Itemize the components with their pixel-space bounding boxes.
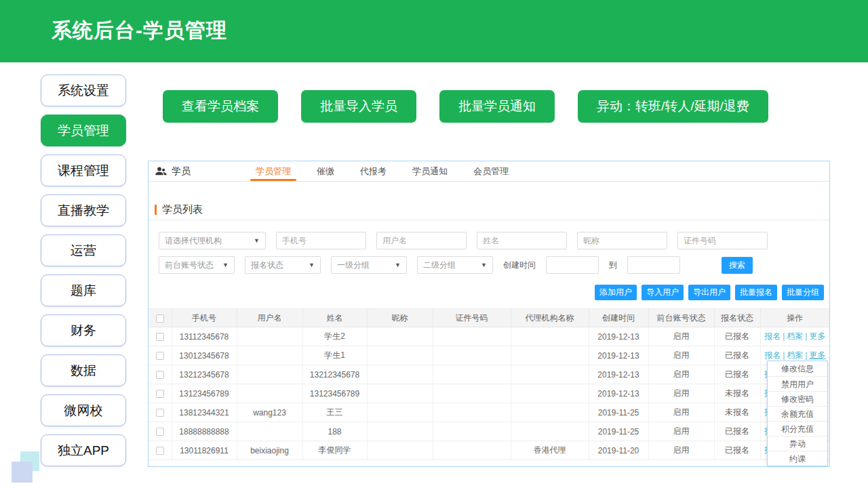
cell-name: 王三 [302,403,367,422]
sidebar-item-student-management[interactable]: 学员管理 [41,115,126,146]
table-row: 13123456789131234567892019-12-13启用未报名报名|… [149,384,829,403]
agency-select-value: 请选择代理机构 [165,235,222,247]
chevron-down-icon: ▼ [254,237,260,244]
username-input[interactable] [376,232,467,249]
more-menu-item[interactable]: 积分充值 [768,421,827,436]
search-button[interactable]: 搜索 [722,257,753,274]
nickname-input[interactable] [577,232,667,249]
sidebar-item-data[interactable]: 数据 [41,354,126,386]
agency-select[interactable]: 请选择代理机构▼ [159,232,266,249]
tab-collection[interactable]: 催缴 [315,161,336,181]
more-menu-item[interactable]: 禁用用户 [768,376,827,391]
cell-created: 2019-11-25 [589,422,648,441]
account-status-select[interactable]: 前台账号状态▼ [159,256,235,274]
cell-username [237,346,302,365]
batch-group-button[interactable]: 批量分组 [782,285,824,300]
batch-import-button[interactable]: 批量导入学员 [301,90,416,123]
student-panel: 学员 学员管理催缴代报考学员通知会员管理 学员列表 请选择代理机构▼ 前台账号状… [148,161,830,467]
cell-username: beixiaojing [237,441,302,460]
import-user-button[interactable]: 导入用户 [642,285,684,300]
row-checkbox[interactable] [156,447,164,455]
cell-agency [511,422,589,441]
cell-created: 2019-12-13 [589,327,648,346]
row-checkbox[interactable] [156,428,164,436]
cell-signup-status: 未报名 [714,384,760,403]
cell-account-status: 启用 [648,403,714,422]
tab-student-notice[interactable]: 学员通知 [411,161,449,181]
row-action-archive[interactable]: 档案 [787,331,803,341]
cell-id-number [433,403,511,422]
cell-account-status: 启用 [648,384,714,403]
table-row: 13011826911beixiaojing李俊同学香港代理2019-11-20… [149,441,829,460]
more-menu-item[interactable]: 约课 [768,451,827,466]
name-input[interactable] [477,232,567,249]
cell-signup-status: 已报名 [714,365,760,384]
row-checkbox[interactable] [156,390,164,398]
sidebar-item-system-settings[interactable]: 系统设置 [41,75,126,106]
group-level1-select[interactable]: 一级分组▼ [331,256,407,274]
sidebar-item-course-management[interactable]: 课程管理 [41,155,126,186]
cell-account-status: 启用 [648,327,714,346]
panel-tabs: 学员管理催缴代报考学员通知会员管理 [254,161,510,181]
cell-operations: 报名|档案|更多 [760,327,829,346]
cell-agency [511,346,589,365]
cell-username [237,384,302,403]
row-action-more[interactable]: 更多 [809,331,825,341]
view-archive-button[interactable]: 查看学员档案 [163,90,278,123]
row-checkbox[interactable] [156,371,164,379]
row-checkbox[interactable] [156,352,164,360]
to-label: 到 [609,260,617,271]
chevron-down-icon: ▼ [222,262,229,268]
row-checkbox[interactable] [156,333,164,341]
created-to-input[interactable] [627,256,680,274]
table-body: 13112345678学生22019-12-13启用已报名报名|档案|更多130… [149,327,829,460]
more-menu-item[interactable]: 余额充值 [768,406,827,421]
signup-status-select[interactable]: 报名状态▼ [245,256,321,274]
module-label-text: 学员 [172,165,191,178]
row-action-signup[interactable]: 报名 [764,331,781,341]
group-level2-select-value: 二级分组 [423,260,456,271]
row-action-archive[interactable]: 档案 [787,350,803,360]
sidebar-item-standalone-app[interactable]: 独立APP [41,434,126,466]
sidebar-item-finance[interactable]: 财务 [41,314,126,346]
more-menu-item[interactable]: 修改密码 [768,391,827,406]
row-checkbox[interactable] [156,409,164,417]
cell-nickname [367,346,433,365]
phone-input[interactable] [276,232,366,249]
export-user-button[interactable]: 导出用户 [688,285,730,300]
cell-name: 188 [302,422,367,441]
created-from-input[interactable] [546,256,599,274]
more-menu-item[interactable]: 异动 [768,436,827,451]
row-select-cell [149,365,172,384]
cell-phone: 13812344321 [172,403,237,422]
change-actions-button[interactable]: 异动：转班/转人/延期/退费 [578,90,768,123]
table-row: 13212345678132123456782019-12-13启用已报名报名|… [149,365,829,384]
batch-notice-button[interactable]: 批量学员通知 [439,90,555,123]
cell-nickname [367,384,433,403]
table-row: 13812344321wang123王三2019-11-25启用未报名报名|档案… [149,403,829,422]
more-menu-item[interactable]: 修改信息 [768,361,827,376]
sidebar-item-question-bank[interactable]: 题库 [41,274,126,306]
app-header: 系统后台-学员管理 [0,0,868,62]
select-all-checkbox[interactable] [156,314,164,323]
tab-student-management[interactable]: 学员管理 [254,161,292,181]
group-level2-select[interactable]: 二级分组▼ [417,256,493,274]
cell-id-number [433,422,511,441]
cell-phone: 13123456789 [172,384,237,403]
cell-created: 2019-11-25 [589,403,648,422]
cell-name: 学生1 [302,346,367,365]
action-separator: | [805,350,807,360]
id-number-input[interactable] [677,232,768,249]
row-action-signup[interactable]: 报名 [764,350,781,360]
sidebar-item-operations[interactable]: 运营 [41,235,126,266]
column-header: 前台账号状态 [648,309,714,327]
tab-member-management[interactable]: 会员管理 [472,161,510,181]
add-user-button[interactable]: 添加用户 [595,285,637,300]
row-action-more[interactable]: 更多 [809,350,825,360]
batch-actions: 添加用户导入用户导出用户批量报名批量分组 [149,274,829,300]
cell-name: 李俊同学 [302,441,367,460]
sidebar-item-micro-school[interactable]: 微网校 [41,394,126,426]
batch-signup-button[interactable]: 批量报名 [735,285,777,300]
tab-proxy-exam[interactable]: 代报考 [359,161,388,181]
sidebar-item-live-teaching[interactable]: 直播教学 [41,195,126,226]
